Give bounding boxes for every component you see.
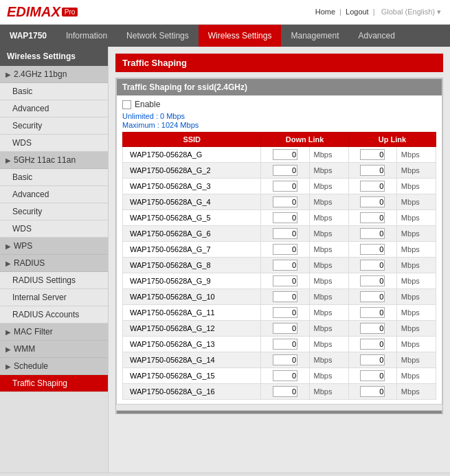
- dl-value[interactable]: [261, 242, 309, 258]
- sidebar-item-wds-24[interactable]: WDS: [0, 135, 108, 152]
- nav-information[interactable]: Information: [56, 25, 117, 47]
- ul-value[interactable]: [348, 368, 396, 384]
- ul-value[interactable]: [348, 258, 396, 273]
- ul-input[interactable]: [360, 370, 385, 381]
- sidebar-radius-label: RADIUS: [14, 258, 45, 268]
- ul-input[interactable]: [360, 244, 385, 255]
- dl-value[interactable]: [261, 384, 309, 400]
- dl-input[interactable]: [273, 228, 297, 239]
- dl-value[interactable]: [261, 368, 309, 384]
- ul-value[interactable]: [348, 305, 396, 321]
- dl-value[interactable]: [261, 321, 309, 337]
- dl-value[interactable]: [261, 337, 309, 352]
- dl-input[interactable]: [273, 354, 297, 365]
- sidebar-item-basic-24[interactable]: Basic: [0, 83, 108, 100]
- nav-network-settings[interactable]: Network Settings: [117, 25, 199, 47]
- ul-value[interactable]: [348, 163, 396, 179]
- dl-value[interactable]: [261, 163, 309, 179]
- ssid-cell: WAP1750-05628A_G: [123, 147, 261, 163]
- ul-value[interactable]: [348, 147, 396, 163]
- dl-input[interactable]: [273, 339, 297, 350]
- enable-checkbox-24[interactable]: [122, 100, 131, 109]
- ul-input[interactable]: [360, 260, 385, 271]
- ul-value[interactable]: [348, 179, 396, 194]
- ul-value[interactable]: [348, 210, 396, 226]
- ul-input[interactable]: [360, 339, 385, 350]
- logout-link[interactable]: Logout: [346, 8, 369, 16]
- nav-wireless-settings[interactable]: Wireless Settings: [199, 25, 282, 47]
- sidebar-item-advanced-5[interactable]: Advanced: [0, 186, 108, 203]
- ul-input[interactable]: [360, 323, 385, 334]
- table-row: WAP1750-05628A_G_5 Mbps Mbps: [123, 210, 436, 226]
- ul-input[interactable]: [360, 149, 385, 160]
- dl-value[interactable]: [261, 273, 309, 289]
- ul-input[interactable]: [360, 165, 385, 176]
- sidebar-item-radius-settings[interactable]: RADIUS Settings: [0, 272, 108, 289]
- ul-value[interactable]: [348, 321, 396, 337]
- dl-input[interactable]: [273, 244, 297, 255]
- dl-input[interactable]: [273, 260, 297, 271]
- ul-value[interactable]: [348, 337, 396, 352]
- dl-input[interactable]: [273, 275, 297, 286]
- ul-unit: Mbps: [396, 352, 436, 368]
- sidebar-item-internal-server[interactable]: Internal Server: [0, 289, 108, 306]
- sidebar-group-mac-filter[interactable]: ▶ MAC Filter: [0, 324, 108, 341]
- dl-value[interactable]: [261, 352, 309, 368]
- dl-value[interactable]: [261, 179, 309, 194]
- ul-input[interactable]: [360, 275, 385, 286]
- dl-value[interactable]: [261, 210, 309, 226]
- ul-unit: Mbps: [396, 321, 436, 337]
- language-selector[interactable]: Global (English) ▾: [381, 8, 441, 16]
- sidebar-item-basic-5[interactable]: Basic: [0, 169, 108, 186]
- dl-input[interactable]: [273, 386, 297, 397]
- ul-input[interactable]: [360, 181, 385, 192]
- sidebar-group-5ghz[interactable]: ▶ 5GHz 11ac 11an: [0, 152, 108, 169]
- dl-input[interactable]: [273, 323, 297, 334]
- sidebar-item-security-24[interactable]: Security: [0, 117, 108, 135]
- sidebar-group-radius[interactable]: ▶ RADIUS: [0, 255, 108, 272]
- sidebar-group-24ghz[interactable]: ▶ 2.4GHz 11bgn: [0, 66, 108, 83]
- ul-input[interactable]: [360, 307, 385, 318]
- ul-input[interactable]: [360, 386, 385, 397]
- ul-value[interactable]: [348, 384, 396, 400]
- dl-input[interactable]: [273, 370, 297, 381]
- dl-value[interactable]: [261, 194, 309, 210]
- sidebar-item-radius-accounts[interactable]: RADIUS Accounts: [0, 306, 108, 324]
- dl-input[interactable]: [273, 291, 297, 302]
- sidebar-item-security-5[interactable]: Security: [0, 203, 108, 220]
- ul-input[interactable]: [360, 228, 385, 239]
- dl-value[interactable]: [261, 147, 309, 163]
- ul-input[interactable]: [360, 212, 385, 223]
- nav-management[interactable]: Management: [281, 25, 348, 47]
- sidebar-item-advanced-24[interactable]: Advanced: [0, 100, 108, 117]
- ul-input[interactable]: [360, 196, 385, 207]
- dl-input[interactable]: [273, 307, 297, 318]
- ul-input[interactable]: [360, 291, 385, 302]
- arrow-icon-radius: ▶: [5, 260, 11, 267]
- ul-value[interactable]: [348, 273, 396, 289]
- dl-input[interactable]: [273, 149, 297, 160]
- nav-advanced[interactable]: Advanced: [349, 25, 405, 47]
- dl-value[interactable]: [261, 258, 309, 273]
- dl-value[interactable]: [261, 226, 309, 242]
- dl-value[interactable]: [261, 289, 309, 305]
- sidebar-item-wds-5[interactable]: WDS: [0, 220, 108, 238]
- sidebar-group-wps[interactable]: ▶ WPS: [0, 238, 108, 255]
- dl-input[interactable]: [273, 212, 297, 223]
- dl-input[interactable]: [273, 165, 297, 176]
- ul-input[interactable]: [360, 354, 385, 365]
- ul-value[interactable]: [348, 289, 396, 305]
- ul-value[interactable]: [348, 226, 396, 242]
- ul-value[interactable]: [348, 352, 396, 368]
- dl-input[interactable]: [273, 196, 297, 207]
- sidebar-group-schedule[interactable]: ▶ Schedule: [0, 358, 108, 375]
- sidebar-group-wmm[interactable]: ▶ WMM: [0, 341, 108, 358]
- dl-value[interactable]: [261, 305, 309, 321]
- table-row: WAP1750-05628A_G_12 Mbps Mbps: [123, 321, 436, 337]
- sidebar-item-traffic-shaping[interactable]: Traffic Shaping: [0, 375, 108, 392]
- ul-value[interactable]: [348, 194, 396, 210]
- home-link[interactable]: Home: [315, 8, 335, 16]
- ul-value[interactable]: [348, 242, 396, 258]
- outer-scroll[interactable]: Traffic Shaping for ssid(2.4GHz) Enable …: [115, 78, 443, 414]
- dl-input[interactable]: [273, 181, 297, 192]
